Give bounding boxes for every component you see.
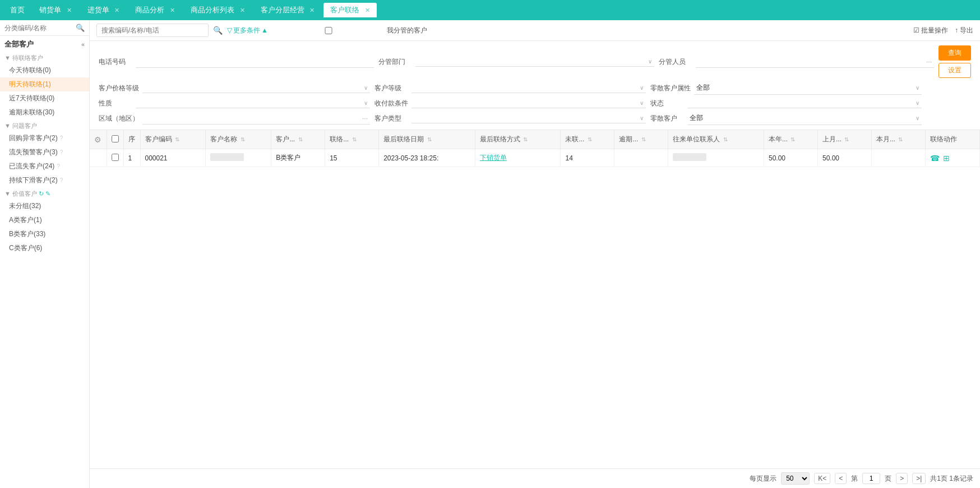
col-last-contact-date: 最后联络日期 ⇅ bbox=[379, 130, 475, 149]
row-last-month-cell: 50.00 bbox=[817, 149, 871, 167]
phone-input-field[interactable] bbox=[138, 58, 372, 66]
sort-overdue-icon[interactable]: ⇅ bbox=[641, 136, 646, 142]
retail-attr-chevron-icon: ∨ bbox=[916, 85, 919, 91]
more-action-icon[interactable]: ⊞ bbox=[943, 154, 950, 163]
filter-row-4: 区域（地区） ··· 客户类型 ∨ 零散客户 全部 ∨ bbox=[99, 112, 971, 125]
my-customers-checkbox[interactable]: 我分管的客户 bbox=[272, 26, 427, 35]
filter-customer-level-select[interactable]: ∨ bbox=[412, 83, 646, 93]
first-page-btn[interactable]: K< bbox=[814, 473, 830, 484]
last-page-btn[interactable]: >| bbox=[912, 473, 926, 484]
tab-customer-contact[interactable]: 客户联络 ✕ bbox=[323, 3, 377, 17]
filter-status-select[interactable]: ∨ bbox=[687, 98, 922, 108]
filter-retail-customer-select[interactable]: 全部 ∨ bbox=[687, 112, 922, 125]
sort-last-month-icon[interactable]: ⇅ bbox=[844, 136, 849, 142]
tab-sales[interactable]: 销货单 ✕ bbox=[33, 3, 78, 17]
filter-payment-select[interactable]: ∨ bbox=[412, 98, 646, 108]
collapse-icon[interactable]: « bbox=[81, 41, 85, 48]
sort-unit-contact-icon[interactable]: ⇅ bbox=[723, 136, 728, 142]
filter-nature-select[interactable]: ∨ bbox=[136, 98, 370, 108]
filter-retail-attr-select[interactable]: 全部 ∨ bbox=[694, 81, 922, 95]
row-last-date-cell: 2023-05-23 18:25: bbox=[379, 149, 475, 167]
query-button[interactable]: 查询 bbox=[939, 45, 971, 61]
sidebar-item-class-b[interactable]: B类客户(33) bbox=[0, 227, 89, 241]
settings-button[interactable]: 设置 bbox=[939, 63, 971, 78]
sidebar-search-input[interactable] bbox=[4, 24, 76, 32]
col-not-contacted: 未联... ⇅ bbox=[561, 130, 614, 149]
batch-action-btn[interactable]: ☑ 批量操作 bbox=[913, 26, 948, 35]
sidebar-item-class-a[interactable]: A类客户(1) bbox=[0, 213, 89, 227]
filter-customer-type-select[interactable]: ∨ bbox=[412, 113, 646, 123]
more-filters-btn[interactable]: ▽ 更多条件 ▲ bbox=[227, 26, 268, 35]
customers-table: ⚙ 序 客户编码 ⇅ 客户名称 ⇅ bbox=[90, 130, 980, 167]
sidebar-item-week[interactable]: 近7天待联络(0) bbox=[0, 91, 89, 105]
filter-dept-select[interactable]: ∨ bbox=[415, 57, 654, 67]
home-tab[interactable]: 首页 bbox=[4, 3, 30, 17]
col-contact-count: 联络... ⇅ bbox=[325, 130, 379, 149]
sort-ctype-icon[interactable]: ⇅ bbox=[298, 136, 303, 142]
contact-action-icon[interactable]: ☎ bbox=[930, 154, 940, 163]
sort-this-month-icon[interactable]: ⇅ bbox=[898, 136, 903, 142]
row-name-blurred bbox=[210, 153, 244, 161]
my-customers-check[interactable] bbox=[272, 27, 385, 34]
filter-dept-label: 分管部门 bbox=[378, 57, 412, 67]
search-button[interactable]: 🔍 bbox=[213, 26, 223, 35]
next-page-btn[interactable]: > bbox=[896, 473, 908, 484]
help-icon-3: ? bbox=[57, 163, 60, 169]
sidebar-item-today[interactable]: 今天待联络(0) bbox=[0, 63, 89, 77]
close-purchase-tab[interactable]: ✕ bbox=[114, 7, 119, 13]
sidebar-item-lost-risk[interactable]: 流失预警客户(3) ? bbox=[0, 145, 89, 159]
sidebar-item-unclassified[interactable]: 未分组(32) bbox=[0, 199, 89, 213]
filter-person-label: 分管人员 bbox=[659, 57, 692, 67]
tab-purchase[interactable]: 进货单 ✕ bbox=[81, 3, 127, 17]
sort-last-method-icon[interactable]: ⇅ bbox=[523, 136, 528, 142]
close-customer-contact-tab[interactable]: ✕ bbox=[365, 7, 370, 13]
sort-code-icon[interactable]: ⇅ bbox=[175, 136, 179, 142]
tab-analysis-list[interactable]: 商品分析列表 ✕ bbox=[184, 3, 252, 17]
table-row: 1 000021 B类客户 15 2023-05-23 18:25: 下销货单 … bbox=[90, 149, 980, 167]
select-all-checkbox[interactable] bbox=[112, 135, 119, 142]
sidebar-item-continuous-decline[interactable]: 持续下滑客户(2) ? bbox=[0, 173, 89, 187]
row-checkbox[interactable] bbox=[112, 154, 119, 161]
filter-phone-label: 电话号码 bbox=[99, 57, 132, 67]
refresh-icon[interactable]: ↻ bbox=[39, 190, 44, 197]
sidebar-item-lost[interactable]: 已流失客户(24) ? bbox=[0, 159, 89, 173]
close-analysis-tab[interactable]: ✕ bbox=[170, 7, 175, 13]
per-page-label: 每页显示 bbox=[750, 474, 776, 484]
tab-customer-tier[interactable]: 客户分层经营 ✕ bbox=[254, 3, 322, 17]
sort-this-year-icon[interactable]: ⇅ bbox=[791, 136, 795, 142]
sort-not-contacted-icon[interactable]: ⇅ bbox=[588, 136, 592, 142]
sidebar-item-repurchase-abnormal[interactable]: 回购异常客户(2) ? bbox=[0, 131, 89, 145]
page-suffix: 页 bbox=[885, 474, 891, 484]
sidebar-item-tomorrow[interactable]: 明天待联络(1) bbox=[0, 77, 89, 91]
region-dots-icon: ··· bbox=[362, 114, 368, 122]
sidebar-item-class-c[interactable]: C类客户(6) bbox=[0, 241, 89, 255]
sort-name-icon[interactable]: ⇅ bbox=[241, 136, 245, 142]
filter-person-select[interactable]: ··· bbox=[696, 56, 934, 68]
close-analysis-list-tab[interactable]: ✕ bbox=[240, 7, 245, 13]
edit-icon[interactable]: ✎ bbox=[45, 190, 50, 197]
all-customers-title[interactable]: 全部客户 « bbox=[0, 36, 89, 52]
filter-retail-attr: 零散客户属性 全部 ∨ bbox=[650, 81, 922, 95]
tab-analysis[interactable]: 商品分析 ✕ bbox=[128, 3, 182, 17]
filter-region-select[interactable]: ··· bbox=[142, 113, 370, 125]
prev-page-btn[interactable]: < bbox=[835, 473, 847, 484]
sort-contact-count-icon[interactable]: ⇅ bbox=[352, 136, 357, 142]
export-icon: ↑ bbox=[955, 26, 958, 34]
sidebar-search-icon[interactable]: 🔍 bbox=[76, 24, 85, 32]
column-settings-icon[interactable]: ⚙ bbox=[94, 135, 101, 144]
export-btn[interactable]: ↑ 导出 bbox=[955, 26, 973, 35]
sidebar-item-overdue[interactable]: 逾期未联络(30) bbox=[0, 105, 89, 119]
filter-customer-level-label: 客户等级 bbox=[375, 84, 408, 93]
col-gear: ⚙ bbox=[90, 130, 107, 149]
per-page-select[interactable]: 20 50 100 bbox=[781, 472, 810, 485]
close-sales-tab[interactable]: ✕ bbox=[67, 7, 72, 13]
last-method-link[interactable]: 下销货单 bbox=[480, 154, 507, 162]
search-input[interactable] bbox=[96, 24, 209, 37]
filter-phone-input[interactable] bbox=[136, 56, 374, 68]
current-page-input[interactable] bbox=[862, 473, 880, 484]
sort-last-date-icon[interactable]: ⇅ bbox=[427, 136, 432, 142]
col-this-year: 本年... ⇅ bbox=[764, 130, 817, 149]
close-customer-tier-tab[interactable]: ✕ bbox=[309, 7, 315, 13]
filter-price-level-select[interactable]: ∨ bbox=[142, 83, 370, 93]
filter-phone: 电话号码 bbox=[99, 56, 374, 68]
